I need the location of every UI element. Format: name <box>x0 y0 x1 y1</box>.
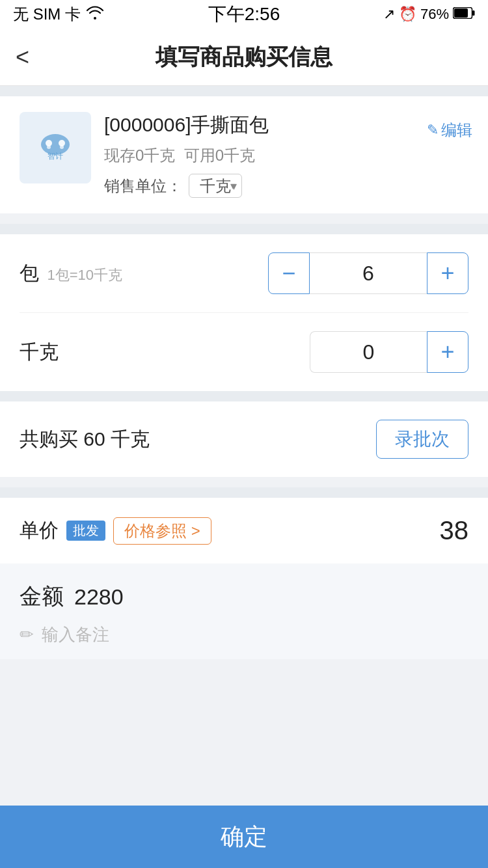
bao-increase-button[interactable]: + <box>427 252 468 294</box>
alarm-icon: ⏰ <box>399 6 416 23</box>
unit-select-wrap[interactable]: 千克 ▾ <box>189 174 242 198</box>
page-title: 填写商品购买信息 <box>156 42 332 72</box>
status-time: 下午2:56 <box>208 2 280 27</box>
section-divider-2 <box>0 391 488 401</box>
price-reference-button[interactable]: 价格参照 > <box>113 517 211 545</box>
bao-label-group: 包 1包=10千克 <box>20 260 122 287</box>
bao-decrease-button[interactable]: − <box>268 252 310 294</box>
svg-point-6 <box>47 145 51 149</box>
price-label-row: 单价 批发 价格参照 > <box>20 517 211 545</box>
pencil-icon: ✏ <box>20 625 34 645</box>
back-button[interactable]: < <box>16 44 29 71</box>
status-bar: 无 SIM 卡 下午2:56 ↗ ⏰ 76% <box>0 0 488 29</box>
section-divider-1 <box>0 224 488 234</box>
kg-stepper: + <box>310 331 468 373</box>
product-stock: 现存0千克 可用0千克 <box>104 145 468 166</box>
record-batch-button[interactable]: 录批次 <box>376 420 468 459</box>
top-divider <box>0 86 488 96</box>
amount-section: 金额 2280 ✏ 输入备注 <box>0 563 488 659</box>
nav-bar: < 填写商品购买信息 <box>0 29 488 86</box>
price-tag-pifa: 批发 <box>66 521 105 541</box>
bao-stepper: − + <box>268 252 468 294</box>
remark-row[interactable]: ✏ 输入备注 <box>20 623 468 646</box>
main-content: 智计 [0000006]手撕面包 现存0千克 可用0千克 销售单位： 千克 ▾ <box>0 86 488 724</box>
carrier-label: 无 SIM 卡 <box>13 4 81 25</box>
input-section: 包 1包=10千克 − + 千克 + <box>0 234 488 391</box>
battery-icon <box>453 6 475 23</box>
bao-quantity-input[interactable] <box>310 252 427 294</box>
price-section: 单价 批发 价格参照 > 38 <box>0 498 488 563</box>
svg-text:智计: 智计 <box>47 152 63 161</box>
status-right: ↗ ⏰ 76% <box>383 6 475 23</box>
product-name: [0000006]手撕面包 <box>104 112 468 139</box>
bao-input-row: 包 1包=10千克 − + <box>20 234 468 313</box>
amount-value: 2280 <box>74 584 124 610</box>
kg-input-row: 千克 + <box>20 313 468 391</box>
svg-point-7 <box>60 145 64 149</box>
product-card: 智计 [0000006]手撕面包 现存0千克 可用0千克 销售单位： 千克 ▾ <box>0 96 488 213</box>
kg-quantity-input[interactable] <box>310 331 427 373</box>
svg-rect-2 <box>472 10 475 16</box>
section-divider-3 <box>0 487 488 498</box>
product-unit-row: 销售单位： 千克 ▾ <box>104 174 468 198</box>
svg-rect-1 <box>454 8 468 18</box>
kg-label-group: 千克 <box>20 339 59 366</box>
unit-select[interactable]: 千克 <box>189 174 242 198</box>
product-info: [0000006]手撕面包 现存0千克 可用0千克 销售单位： 千克 ▾ <box>104 112 468 198</box>
amount-row: 金额 2280 <box>20 582 468 612</box>
remark-placeholder[interactable]: 输入备注 <box>42 623 109 646</box>
location-icon: ↗ <box>383 6 395 23</box>
summary-text: 共购买 60 千克 <box>20 426 150 453</box>
status-left: 无 SIM 卡 <box>13 4 104 25</box>
battery-label: 76% <box>420 6 449 23</box>
kg-increase-button[interactable]: + <box>427 331 468 373</box>
summary-section: 共购买 60 千克 录批次 <box>0 401 488 477</box>
product-thumbnail: 智计 <box>20 112 91 183</box>
wifi-icon <box>86 5 104 23</box>
price-value: 38 <box>440 516 469 545</box>
edit-button[interactable]: ✎ 编辑 <box>427 120 472 141</box>
confirm-button[interactable]: 确定 <box>0 806 488 868</box>
